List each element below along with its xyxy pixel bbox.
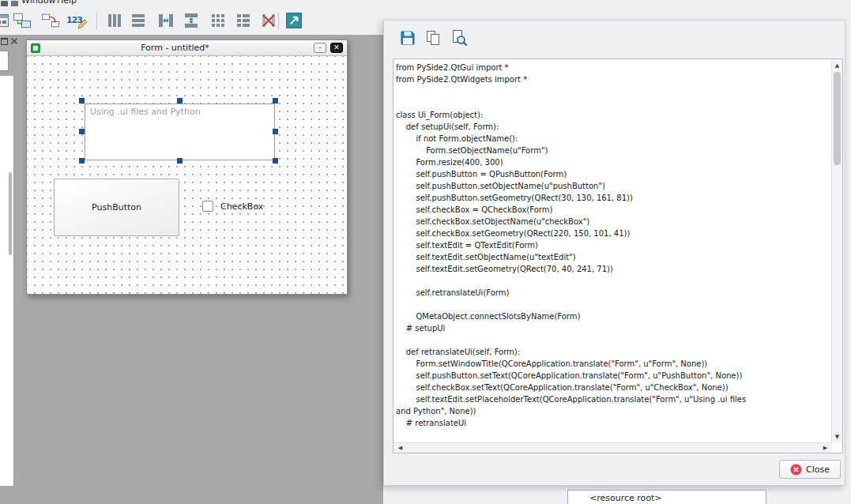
menu-window[interactable]: Window — [21, 0, 55, 6]
dock-close-icon[interactable] — [10, 37, 20, 47]
widgetbox-list[interactable] — [0, 76, 14, 486]
save-icon[interactable] — [399, 29, 416, 49]
textedit-widget[interactable]: Using .ui files and Python — [85, 103, 275, 160]
selection-handle-bottom-middle[interactable] — [177, 158, 183, 164]
toolbar-separator — [96, 13, 97, 30]
scroll-up-icon[interactable]: ▲ — [832, 61, 842, 70]
pushbutton-widget[interactable]: PushButton — [54, 179, 179, 236]
menubar-icon-fragment-1[interactable] — [1, 1, 8, 6]
form-canvas[interactable]: Using .ui files and Python PushButton Ch… — [27, 56, 347, 294]
selection-handle-bottom-right[interactable] — [273, 158, 278, 164]
code-view-dialog: from PySide2.QtGui import * from PySide2… — [383, 20, 845, 486]
selection-handle-top-right[interactable] — [273, 98, 278, 103]
copy-icon[interactable] — [424, 29, 442, 49]
edit-widgets-icon[interactable] — [0, 11, 10, 30]
selection-handle-middle-left[interactable] — [79, 129, 85, 134]
form-window-title: Form - untitled* — [40, 43, 310, 53]
close-button-label: Close — [806, 465, 830, 475]
layout-vertically-icon[interactable] — [129, 11, 148, 30]
code-vertical-scrollbar[interactable]: ▲ ▼ — [831, 59, 842, 443]
layout-horizontal-splitter-icon[interactable] — [156, 11, 175, 30]
layout-grid-icon[interactable] — [209, 11, 228, 30]
form-window-icon — [31, 43, 40, 53]
code-editor[interactable]: from PySide2.QtGui import * from PySide2… — [393, 58, 843, 453]
checkbox-label: CheckBox — [220, 201, 263, 212]
code-horizontal-scrollbar[interactable]: ◀ ▶ — [393, 442, 832, 453]
minimize-button[interactable]: - — [314, 43, 326, 53]
break-layout-icon[interactable] — [259, 11, 278, 30]
menu-help[interactable]: Help — [57, 0, 77, 6]
selection-handle-middle-right[interactable] — [273, 129, 278, 134]
selection-handle-top-middle[interactable] — [177, 98, 183, 103]
menubar-icon-fragment-2[interactable] — [11, 1, 18, 6]
form-designer-window: Form - untitled* - ✕ Using .ui files and… — [26, 39, 348, 295]
checkbox-widget[interactable]: CheckBox — [202, 201, 263, 212]
layout-form-icon[interactable] — [234, 11, 253, 30]
layout-vertical-splitter-icon[interactable] — [182, 11, 201, 30]
pushbutton-label: PushButton — [92, 202, 141, 213]
edit-signals-slots-icon[interactable] — [13, 11, 32, 30]
qt-designer-window: Window Help — [0, 0, 851, 504]
code-text[interactable]: from PySide2.QtGui import * from PySide2… — [396, 62, 831, 439]
selection-handle-bottom-left[interactable] — [79, 158, 85, 164]
window-close-button[interactable]: ✕ — [330, 43, 343, 53]
scroll-right-icon[interactable]: ▶ — [820, 443, 830, 453]
resource-root-item[interactable]: <resource root> — [568, 491, 766, 503]
edit-tab-order-icon[interactable]: 123 — [66, 13, 90, 32]
scroll-down-icon[interactable]: ▼ — [832, 432, 842, 442]
widgetbox-filter-input[interactable] — [0, 51, 9, 71]
pencil-icon — [77, 18, 89, 31]
layout-horizontally-icon[interactable] — [105, 11, 124, 30]
find-icon[interactable] — [450, 28, 469, 50]
edit-buddies-icon[interactable] — [41, 11, 60, 30]
scroll-left-icon[interactable]: ◀ — [395, 443, 405, 453]
adjust-size-icon[interactable] — [284, 11, 303, 30]
form-window-titlebar[interactable]: Form - untitled* - ✕ — [27, 40, 347, 56]
dock-float-icon[interactable] — [1, 38, 8, 45]
close-circle-icon — [790, 464, 802, 476]
widgetbox-scrollbar-thumb[interactable] — [9, 172, 12, 255]
selection-handle-top-left[interactable] — [79, 98, 85, 103]
resource-browser: <resource root> — [567, 490, 766, 504]
toolbar-separator — [278, 13, 279, 30]
vertical-scrollbar-thumb[interactable] — [834, 72, 841, 165]
close-dialog-button[interactable]: Close — [779, 460, 841, 479]
textedit-placeholder: Using .ui files and Python — [90, 107, 201, 117]
menubar: Window Help — [0, 0, 851, 6]
checkbox-indicator[interactable] — [202, 201, 213, 212]
